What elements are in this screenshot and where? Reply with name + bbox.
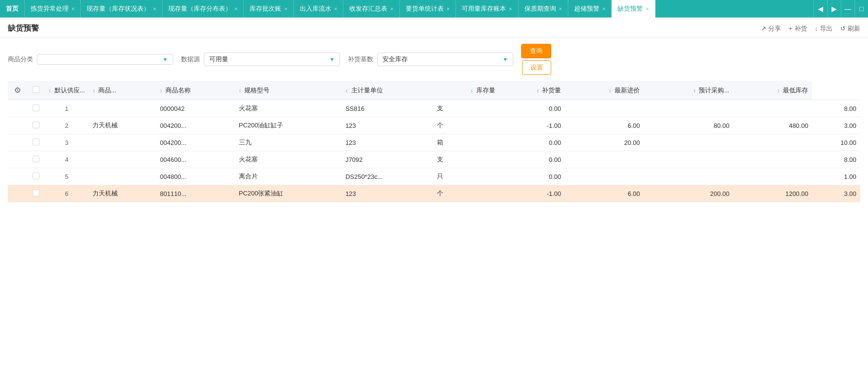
- row-checkbox[interactable]: [33, 173, 39, 179]
- row-spec: 123: [342, 185, 433, 202]
- table-header-row: ⚙ ↕ 默认供应... ↕ 商品... ↕ 商品名称: [8, 81, 860, 100]
- row-latest-price: 200.00: [644, 185, 733, 202]
- row-replenish-qty: 20.00: [565, 134, 644, 151]
- row-settings-cell: [8, 134, 27, 151]
- tab-batch-account[interactable]: 库存批次账 ×: [244, 0, 293, 18]
- row-product-code: 004600...: [156, 151, 235, 168]
- row-settings-cell: [8, 100, 27, 117]
- replenish-base-value: 安全库存: [382, 55, 408, 64]
- tab-close-available-ledger[interactable]: ×: [509, 6, 512, 12]
- sort-icon-stock: ↕: [470, 88, 473, 93]
- row-default-supplier: [89, 168, 156, 185]
- row-default-supplier: [89, 151, 156, 168]
- col-product-code-header: ↕ 商品...: [89, 81, 156, 100]
- row-checkbox[interactable]: [33, 190, 39, 196]
- sort-icon-supplier: ↕: [49, 88, 51, 93]
- tab-demand-stats[interactable]: 要货单统计表 ×: [400, 0, 456, 18]
- sort-icon-name: ↕: [160, 88, 163, 93]
- replenish-base-chevron-icon: ▼: [503, 56, 508, 62]
- tab-close-demand-stats[interactable]: ×: [447, 6, 450, 12]
- tab-close-overstock-warning[interactable]: ×: [602, 6, 605, 12]
- row-product-code: 004800...: [156, 168, 235, 185]
- sort-icon-replenish-qty: ↕: [537, 88, 539, 93]
- table-row: 2 力天机械 004200... PC200油缸缸子 123 个 -1.00 6…: [8, 117, 860, 134]
- tab-defect-handling[interactable]: 拣货异常处理 ×: [25, 0, 81, 18]
- row-estimated-purchase: [733, 168, 812, 185]
- export-icon: ↓: [815, 25, 818, 32]
- tab-inventory-status[interactable]: 现存量（库存状况表） ×: [81, 0, 162, 18]
- tab-inventory-dist[interactable]: 现存量（库存分布表） ×: [163, 0, 244, 18]
- tab-shortage-warning[interactable]: 缺货预警 ×: [612, 0, 655, 18]
- row-checkbox[interactable]: [33, 122, 39, 128]
- tab-minimize-button[interactable]: —: [841, 0, 854, 18]
- row-checkbox[interactable]: [33, 156, 39, 162]
- share-icon: ↗: [761, 25, 766, 32]
- row-stock: -1.00: [499, 117, 565, 134]
- col-default-supplier-header: ↕ 默认供应...: [45, 81, 89, 100]
- tab-close-defect-handling[interactable]: ×: [72, 6, 74, 12]
- category-select[interactable]: ▼: [37, 54, 173, 65]
- row-settings-cell: [8, 185, 27, 202]
- tab-bar: 首页 拣货异常处理 × 现存量（库存状况表） × 现存量（库存分布表） × 库存…: [0, 0, 868, 18]
- row-num: 3: [45, 134, 89, 151]
- row-default-supplier: [89, 134, 156, 151]
- tab-close-shortage-warning[interactable]: ×: [646, 6, 649, 12]
- row-min-stock: 3.00: [812, 185, 860, 202]
- tab-close-batch-account[interactable]: ×: [284, 6, 287, 12]
- row-num: 5: [45, 168, 89, 185]
- tab-close-expiry-query[interactable]: ×: [559, 6, 562, 12]
- row-min-stock: 8.00: [812, 151, 860, 168]
- row-checkbox[interactable]: [33, 105, 39, 111]
- tab-expiry-query[interactable]: 保质期查询 ×: [519, 0, 568, 18]
- export-button[interactable]: ↓ 导出: [815, 24, 833, 33]
- tab-maximize-button[interactable]: □: [854, 0, 868, 18]
- row-product-name: 三九: [235, 134, 342, 151]
- row-spec: J7092: [342, 151, 433, 168]
- sort-icon-min-stock: ↕: [778, 88, 780, 93]
- datasource-label: 数据源: [181, 55, 200, 64]
- row-latest-price: [644, 168, 733, 185]
- tab-next-button[interactable]: ▶: [827, 0, 841, 18]
- datasource-select[interactable]: 可用量 ▼: [204, 53, 340, 66]
- row-num: 2: [45, 117, 89, 134]
- share-button[interactable]: ↗ 分享: [761, 24, 781, 33]
- table-body: 1 0000042 火花塞 SS816 支 0.00 8.00 2 力天机械 0…: [8, 100, 860, 202]
- row-latest-price: [644, 151, 733, 168]
- row-product-name: 火花塞: [235, 151, 342, 168]
- replenish-base-label: 补货基数: [348, 55, 373, 64]
- row-unit: 箱: [433, 134, 499, 151]
- select-all-checkbox[interactable]: [33, 86, 39, 93]
- tab-receipt-summary[interactable]: 收发存汇总表 ×: [344, 0, 399, 18]
- sort-icon-spec: ↕: [239, 88, 241, 93]
- refresh-button[interactable]: ↺ 刷新: [840, 24, 860, 33]
- tab-close-receipt-summary[interactable]: ×: [390, 6, 393, 12]
- settings-gear-icon[interactable]: ⚙: [14, 86, 21, 94]
- tab-overstock-warning[interactable]: 超储预警 ×: [568, 0, 612, 18]
- tab-home[interactable]: 首页: [0, 0, 25, 18]
- tab-available-ledger[interactable]: 可用量库存账本 ×: [456, 0, 518, 18]
- page-content: 缺货预警 ↗ 分享 + 补货 ↓ 导出 ↺ 刷新 商品分类: [0, 18, 868, 387]
- replenish-base-select[interactable]: 安全库存 ▼: [377, 53, 513, 66]
- sort-icon-unit: ↕: [345, 88, 348, 93]
- tab-close-inventory-dist[interactable]: ×: [235, 6, 237, 12]
- row-spec: 123: [342, 117, 433, 134]
- row-spec: SS816: [342, 100, 433, 117]
- row-unit: 个: [433, 185, 499, 202]
- row-min-stock: 1.00: [812, 168, 860, 185]
- tab-inout-flow[interactable]: 出入库流水 ×: [294, 0, 344, 18]
- replenish-button[interactable]: + 补货: [789, 24, 807, 33]
- tab-close-inventory-status[interactable]: ×: [153, 6, 156, 12]
- settings-button[interactable]: 设置: [522, 60, 551, 75]
- tab-close-inout-flow[interactable]: ×: [334, 6, 337, 12]
- category-chevron-icon: ▼: [163, 56, 168, 62]
- row-estimated-purchase: [733, 100, 812, 117]
- col-check-header: [27, 81, 45, 100]
- row-check-cell: [27, 117, 45, 134]
- row-replenish-qty: 6.00: [565, 117, 644, 134]
- row-checkbox[interactable]: [33, 139, 39, 145]
- query-button[interactable]: 查询: [521, 44, 551, 58]
- table-container: ⚙ ↕ 默认供应... ↕ 商品... ↕ 商品名称: [0, 81, 868, 202]
- col-unit-header: ↕ 主计量单位: [342, 81, 433, 100]
- tab-prev-button[interactable]: ◀: [814, 0, 827, 18]
- category-filter-group: 商品分类 ▼: [8, 54, 173, 65]
